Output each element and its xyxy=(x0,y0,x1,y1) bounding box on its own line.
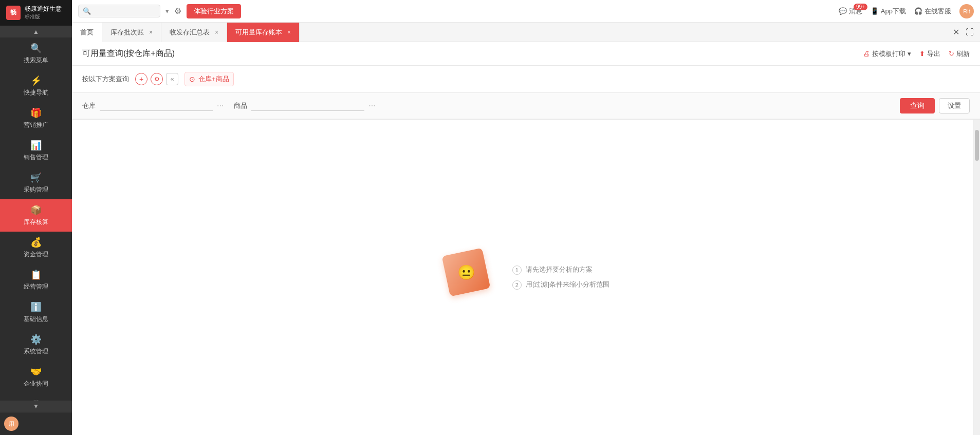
window-close-icon[interactable]: ✕ xyxy=(951,26,961,38)
sidebar-item-corp[interactable]: 🤝 企业协同 xyxy=(0,361,72,393)
scheme-settings-button[interactable]: ⚙ xyxy=(151,73,163,85)
query-button[interactable]: 查询 xyxy=(900,98,935,114)
tip-item-1: 1 请先选择要分析的方案 xyxy=(512,265,609,275)
sidebar-item-system[interactable]: ⚙️ 系统管理 xyxy=(0,329,72,361)
service-label: 在线客服 xyxy=(924,7,951,16)
tip-text-1: 请先选择要分析的方案 xyxy=(526,265,593,274)
print-template-button[interactable]: 🖨 按模板打印 ▾ xyxy=(863,49,911,59)
sidebar-item-purchase[interactable]: 🛒 采购管理 xyxy=(0,167,72,199)
refresh-button[interactable]: ↻ 刷新 xyxy=(949,49,970,59)
sidebar-item-marketing[interactable]: 🎁 营销推广 xyxy=(0,102,72,135)
tab-summary-close-icon[interactable]: × xyxy=(215,29,218,36)
sidebar-item-search[interactable]: 🔍 搜索菜单 xyxy=(0,37,72,70)
warehouse-input[interactable] xyxy=(100,101,213,111)
tab-batch[interactable]: 库存批次账 × xyxy=(102,23,161,42)
search-input[interactable] xyxy=(94,8,145,15)
headset-icon: 🎧 xyxy=(914,7,922,15)
collapse-button[interactable]: « xyxy=(166,73,178,85)
online-service-button[interactable]: 🎧 在线客服 xyxy=(914,7,951,16)
sidebar: 畅 畅康通好生意 标准版 ▲ 🔍 搜索菜单 ⚡ 快捷导航 🎁 营销推广 📊 销售… xyxy=(0,0,72,435)
right-scrollbar[interactable] xyxy=(973,120,980,435)
tab-available-close-icon[interactable]: × xyxy=(287,29,291,36)
add-scheme-button[interactable]: + xyxy=(135,73,147,85)
refresh-label: 刷新 xyxy=(956,49,970,59)
warehouse-more-icon[interactable]: ··· xyxy=(217,101,224,110)
sidebar-scroll-up[interactable]: ▲ xyxy=(0,26,72,37)
tab-batch-label: 库存批次账 xyxy=(110,28,144,37)
export-button[interactable]: ⬆ 导出 xyxy=(919,49,940,59)
logo-text: 畅 xyxy=(10,8,16,17)
query-row: 按以下方案查询 + ⚙ « ⊙ 仓库+商品 xyxy=(82,72,970,86)
message-icon: 💬 xyxy=(839,7,847,15)
goods-more-icon[interactable]: ··· xyxy=(368,101,375,110)
setting-button[interactable]: 设置 xyxy=(939,98,970,114)
tab-available-label: 可用量库存账本 xyxy=(235,28,282,37)
nav-label: 销售管理 xyxy=(24,153,48,162)
sidebar-footer[interactable]: 用 xyxy=(0,412,72,435)
tab-batch-close-icon[interactable]: × xyxy=(149,29,153,36)
app-label: App下载 xyxy=(881,7,906,16)
query-label: 按以下方案查询 xyxy=(82,74,129,84)
app-title: 畅康通好生意 xyxy=(25,5,62,13)
money-icon: 💰 xyxy=(30,237,42,248)
content-scroll: 😐 1 请先选择要分析的方案 2 用[过滤]条件来缩小分析范围 xyxy=(72,120,973,435)
info-icon: ℹ️ xyxy=(30,301,42,313)
nav-label: 基础信息 xyxy=(24,315,48,324)
print-label: 按模板打印 xyxy=(872,49,905,59)
goods-filter-label: 商品 xyxy=(234,101,247,110)
user-profile-button[interactable]: Rit xyxy=(959,4,974,18)
filter-action-buttons: 查询 设置 xyxy=(900,98,970,114)
export-label: 导出 xyxy=(927,49,940,59)
tab-summary[interactable]: 收发存汇总表 × xyxy=(161,23,227,42)
nav-label: 库存核算 xyxy=(24,218,48,226)
sidebar-item-sales[interactable]: 📊 销售管理 xyxy=(0,135,72,167)
content-body: 可用量查询(按仓库+商品) 🖨 按模板打印 ▾ ⬆ 导出 ↻ 刷新 xyxy=(72,42,980,435)
tab-home-label: 首页 xyxy=(80,28,94,37)
sidebar-item-quick[interactable]: ⚡ 快捷导航 xyxy=(0,70,72,102)
warehouse-filter-label: 仓库 xyxy=(82,101,96,110)
scrollbar-thumb[interactable] xyxy=(975,130,979,161)
dropdown-chevron-icon[interactable]: ▾ xyxy=(165,7,169,15)
print-dropdown-icon[interactable]: ▾ xyxy=(908,50,911,58)
sidebar-header: 畅 畅康通好生意 标准版 xyxy=(0,0,72,26)
app-edition: 标准版 xyxy=(25,13,62,21)
cart-icon: 🛒 xyxy=(30,172,42,183)
sidebar-scroll-down[interactable]: ▼ xyxy=(0,401,72,412)
scheme-icon: ⊙ xyxy=(189,75,195,83)
tip-text-2: 用[过滤]条件来缩小分析范围 xyxy=(526,280,609,289)
phone-icon: 📱 xyxy=(871,7,879,15)
industry-solution-button[interactable]: 体验行业方案 xyxy=(187,4,241,18)
topbar: 🔍 ▾ ⚙ 体验行业方案 💬 消息 99+ 📱 App下载 🎧 在线客服 Rit xyxy=(72,0,980,23)
empty-state: 😐 1 请先选择要分析的方案 2 用[过滤]条件来缩小分析范围 xyxy=(72,120,973,435)
sidebar-item-basic[interactable]: ℹ️ 基础信息 xyxy=(0,296,72,329)
app-download-button[interactable]: 📱 App下载 xyxy=(871,7,906,16)
tip-num-1: 1 xyxy=(512,266,522,275)
query-section: 按以下方案查询 + ⚙ « ⊙ 仓库+商品 仓库 xyxy=(72,66,980,120)
goods-input[interactable] xyxy=(251,101,364,111)
empty-tips: 1 请先选择要分析的方案 2 用[过滤]条件来缩小分析范围 xyxy=(512,265,609,290)
message-button[interactable]: 💬 消息 99+ xyxy=(839,7,862,16)
sidebar-item-inventory[interactable]: 📦 库存核算 xyxy=(0,199,72,232)
query-area: 按以下方案查询 + ⚙ « ⊙ 仓库+商品 xyxy=(72,66,980,93)
tip-item-2: 2 用[过滤]条件来缩小分析范围 xyxy=(512,280,609,290)
avatar-text: Rit xyxy=(963,8,970,14)
search-icon: 🔍 xyxy=(30,43,42,54)
content-header: 可用量查询(按仓库+商品) 🖨 按模板打印 ▾ ⬆ 导出 ↻ 刷新 xyxy=(72,42,980,66)
sidebar-item-finance[interactable]: 💰 资金管理 xyxy=(0,232,72,264)
topbar-right: 💬 消息 99+ 📱 App下载 🎧 在线客服 Rit xyxy=(839,4,974,18)
tip-num-2: 2 xyxy=(512,280,522,290)
sidebar-item-operation[interactable]: 📋 经营管理 xyxy=(0,264,72,296)
tab-home[interactable]: 首页 xyxy=(72,23,102,42)
topbar-search-box[interactable]: 🔍 xyxy=(78,5,160,17)
tab-available[interactable]: 可用量库存账本 × xyxy=(227,23,300,42)
search-magnifier-icon: 🔍 xyxy=(83,7,91,15)
sidebar-title-block: 畅康通好生意 标准版 xyxy=(25,5,62,21)
clipboard-icon: 📋 xyxy=(30,269,42,280)
gift-icon: 🎁 xyxy=(30,107,42,119)
scheme-item[interactable]: ⊙ 仓库+商品 xyxy=(184,72,234,86)
goods-filter-group: 商品 ··· xyxy=(234,101,375,111)
window-maximize-icon[interactable]: ⛶ xyxy=(964,27,976,38)
topbar-gear-icon[interactable]: ⚙ xyxy=(174,6,181,16)
nav-label: 系统管理 xyxy=(24,347,48,356)
sidebar-item-newbie[interactable]: 📖 新手引导 xyxy=(0,393,72,401)
